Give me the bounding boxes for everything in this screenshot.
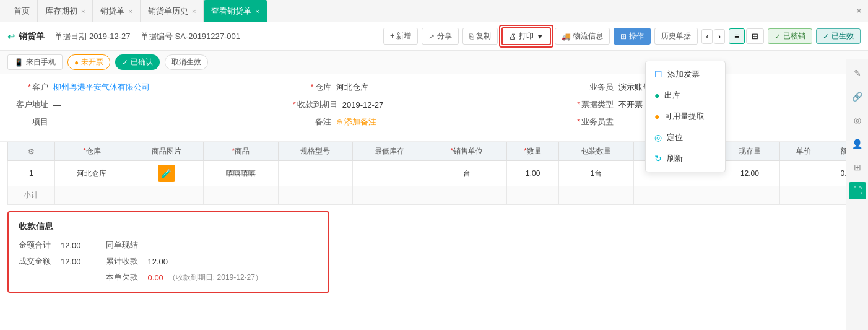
project-field: 项目 —: [10, 116, 293, 128]
link-icon[interactable]: 🔗: [849, 88, 866, 105]
grid-icon[interactable]: ⊞: [849, 158, 866, 176]
dropdown-item-add-invoice[interactable]: ☐添加发票: [646, 64, 725, 85]
subtotal-row: 小计: [8, 186, 861, 205]
dropdown-menu: ☐添加发票●出库●可用量提取◎定位↻刷新: [645, 61, 726, 172]
note-label: 备注: [293, 116, 336, 128]
share-icon: ↗: [428, 32, 435, 41]
close-sales-order[interactable]: ×: [128, 7, 132, 15]
confirm-button[interactable]: ✓ 已确认: [115, 54, 160, 70]
circle-icon[interactable]: ◎: [849, 111, 866, 129]
same-order-row: 同单现结 —: [106, 240, 263, 251]
share-button[interactable]: ↗ 分享: [422, 28, 459, 45]
col-pack-qty: 包装数量: [559, 142, 633, 161]
prev-button[interactable]: ‹: [701, 29, 713, 44]
available-extract-icon: ●: [654, 111, 659, 121]
main-container: ↩ 销货单 单据日期 2019-12-27 单据编号 SA-20191227-0…: [0, 22, 868, 330]
doc-number-value: SA-20191227-001: [175, 32, 241, 41]
doc-meta: 单据日期 2019-12-27 单据编号 SA-20191227-001: [54, 31, 240, 42]
new-button[interactable]: + 新增: [383, 28, 418, 45]
total-amount-row: 金额合计 12.00: [19, 240, 81, 251]
not-open-button[interactable]: ● 未开票: [67, 54, 110, 70]
address-label: 客户地址: [10, 99, 53, 110]
owed-amount-row: 本单欠款 0.00 （收款到期日: 2019-12-27）: [106, 272, 263, 283]
row-stock: 12.00: [719, 161, 780, 186]
row-quantity: 1.00: [506, 161, 558, 186]
total-receipt-value: 12.00: [148, 257, 168, 266]
same-order-label: 同单现结: [106, 240, 143, 251]
col-min-stock: 最低库存: [352, 142, 427, 161]
history-button[interactable]: 历史单据: [654, 28, 698, 45]
add-invoice-label: 添加发票: [667, 69, 700, 80]
table-scroll[interactable]: ⚙ *仓库 商品图片 *商品 规格型号 最低库存 *销售单位 *数量 包装数量 …: [7, 142, 861, 205]
header-toolbar: ↩ 销货单 单据日期 2019-12-27 单据编号 SA-20191227-0…: [0, 22, 868, 51]
col-product: *商品: [204, 142, 278, 161]
col-settings[interactable]: ⚙: [8, 142, 55, 161]
summary-section: 收款信息 金额合计 12.00 成交金额 12.00 同单现结 — 累计收款: [7, 211, 329, 293]
dropdown-item-ship-out[interactable]: ●出库: [646, 85, 725, 106]
doc-title: ↩ 销货单: [7, 31, 45, 42]
close-sales-history[interactable]: ×: [192, 7, 196, 15]
right-panel: ✎🔗◎👤⊞⛶: [846, 59, 868, 330]
col-quantity: *数量: [506, 142, 558, 161]
col-unit: *销售单位: [427, 142, 507, 161]
total-receipt-row: 累计收款 12.00: [106, 256, 263, 267]
same-order-value: —: [148, 241, 156, 250]
add-invoice-icon: ☐: [654, 69, 662, 79]
close-inventory-init[interactable]: ×: [81, 7, 85, 15]
expand-icon[interactable]: ⛶: [849, 182, 866, 199]
phone-icon: 📱: [14, 58, 24, 67]
tab-home[interactable]: 首页: [6, 0, 38, 22]
sub-toolbar: 📱 来自手机 ● 未开票 ✓ 已确认 取消生效: [0, 51, 868, 74]
next-button[interactable]: ›: [714, 29, 725, 44]
ship-out-icon: ●: [654, 90, 659, 100]
window-close-button[interactable]: ×: [856, 6, 862, 17]
row-unit: 台: [427, 161, 507, 186]
user-icon[interactable]: 👤: [849, 135, 866, 152]
summary-title: 收款信息: [19, 221, 318, 232]
customer-label: 客户: [10, 82, 53, 93]
salesperson-label: 业务员: [575, 82, 618, 93]
owed-amount-label: 本单欠款: [106, 272, 143, 283]
table-section: ⚙ *仓库 商品图片 *商品 规格型号 最低库存 *销售单位 *数量 包装数量 …: [0, 142, 868, 205]
customer-field: 客户 柳州粤港平安气体有限公司: [10, 82, 293, 93]
customer-value[interactable]: 柳州粤港平安气体有限公司: [53, 82, 293, 93]
deal-amount-value: 12.00: [61, 257, 81, 266]
row-min-stock: [352, 161, 427, 186]
summary-col-2: 同单现结 — 累计收款 12.00 本单欠款 0.00 （收款到期日: 2019…: [106, 240, 263, 283]
cancelled-badge[interactable]: ✓ 已核销: [768, 28, 812, 44]
logistics-icon: 🚚: [562, 32, 571, 41]
tab-view-sales[interactable]: 查看销货单 ×: [204, 0, 267, 22]
locate-icon: ◎: [654, 132, 662, 142]
col-unit-price: 单价: [780, 142, 827, 161]
dropdown-item-refresh[interactable]: ↻刷新: [646, 148, 725, 169]
dropdown-item-locate[interactable]: ◎定位: [646, 127, 725, 148]
print-dropdown-arrow: ▼: [536, 32, 544, 41]
form-row-1: 客户 柳州粤港平安气体有限公司 仓库 河北仓库 业务员 演示账号: [10, 82, 858, 93]
doc-number-label: 单据编号 SA-20191227-001: [141, 31, 241, 42]
tab-bar: 首页 库存期初 × 销货单 × 销货单历史 × 查看销货单 × ×: [0, 0, 868, 22]
table-row: 1 河北仓库 🧪 嘻嘻嘻嘻 台 1.00 1台 12.00 0.: [8, 161, 861, 186]
ops-icon: ⊞: [620, 32, 627, 41]
summary-rows: 金额合计 12.00 成交金额 12.00 同单现结 — 累计收款 12.00: [19, 240, 318, 283]
add-note-button[interactable]: ⊕ 添加备注: [336, 116, 576, 128]
settings-icon[interactable]: ⚙: [28, 147, 35, 156]
close-view-sales[interactable]: ×: [255, 7, 259, 15]
logistics-button[interactable]: 🚚 物流信息: [555, 28, 610, 45]
operations-button[interactable]: ⊞ 操作: [614, 28, 651, 45]
copy-button[interactable]: ⎘ 复制: [462, 28, 498, 45]
tab-inventory-init[interactable]: 库存期初 ×: [38, 0, 93, 22]
grid-view-button[interactable]: ⊞: [746, 28, 764, 44]
col-stock: 现存量: [719, 142, 780, 161]
tab-sales-order[interactable]: 销货单 ×: [93, 0, 140, 22]
tab-sales-history[interactable]: 销货单历史 ×: [141, 0, 204, 22]
print-button[interactable]: 🖨 打印 ▼: [501, 27, 551, 45]
dropdown-item-available-extract[interactable]: ●可用量提取: [646, 106, 725, 127]
nav-arrows: ‹ ›: [701, 29, 725, 44]
cancel-button[interactable]: 取消生效: [165, 54, 208, 70]
edit-icon[interactable]: ✎: [849, 64, 866, 82]
effective-badge[interactable]: ✓ 已生效: [816, 28, 861, 44]
phone-button[interactable]: 📱 来自手机: [7, 54, 63, 70]
list-view-button[interactable]: ≡: [729, 28, 745, 44]
warehouse-field: 仓库 河北仓库: [293, 82, 576, 93]
doc-date-value: 2019-12-27: [89, 32, 131, 41]
